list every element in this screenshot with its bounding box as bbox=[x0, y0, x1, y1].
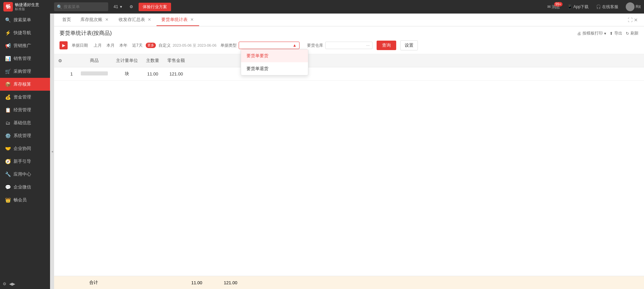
avatar-image bbox=[626, 2, 635, 11]
sidebar-item-member[interactable]: 👑 畅会员 bbox=[0, 194, 50, 206]
page-header-actions: 🖨 按模板打印 ▾ ⬆ 导出 ↻ 刷新 bbox=[577, 30, 639, 36]
filter-expand-button[interactable]: ▶ bbox=[59, 41, 68, 49]
sidebar-resize-handle[interactable]: ◂ bbox=[50, 14, 54, 289]
print-label: 按模板打印 bbox=[582, 30, 603, 36]
gear-icon: ⚙ bbox=[129, 4, 133, 9]
tab-order-stats-close[interactable]: ✕ bbox=[190, 17, 194, 22]
message-badge: 99+ bbox=[554, 2, 563, 6]
search-bar[interactable]: 🔍 bbox=[54, 2, 108, 11]
page-title: 要货单统计表(按商品) bbox=[59, 30, 112, 37]
footer-quantity: 11.00 bbox=[180, 280, 214, 285]
export-button[interactable]: ⬆ 导出 bbox=[610, 30, 622, 36]
sales-icon: 📊 bbox=[5, 55, 11, 62]
logo-name: 畅捷通好生意 bbox=[15, 2, 39, 7]
sidebar-item-apps[interactable]: 🔧 应用中心 bbox=[0, 168, 50, 181]
search-icon: 🔍 bbox=[57, 4, 62, 9]
col-unit: 主计量单位 bbox=[112, 54, 142, 67]
export-label: 导出 bbox=[614, 30, 622, 36]
tab-summary[interactable]: 收发存汇总表 ✕ bbox=[114, 14, 157, 26]
type-filter-select[interactable]: ▲ bbox=[239, 42, 300, 49]
tab-batch[interactable]: 库存批次账 ✕ bbox=[76, 14, 114, 26]
message-button[interactable]: ✉ 消息 99+ bbox=[547, 4, 560, 10]
sidebar-item-label: 畅会员 bbox=[14, 197, 27, 203]
row-amount-cell: 121.00 bbox=[163, 67, 189, 81]
trial-button[interactable]: 体验行业方案 bbox=[139, 3, 171, 11]
online-service-button[interactable]: 🎧 在线客服 bbox=[596, 4, 618, 10]
collapse-sidebar-button[interactable]: ◀▶ bbox=[9, 282, 15, 286]
sidebar-item-enterprise[interactable]: 🤝 企业协同 bbox=[0, 142, 50, 155]
col-amount: 零售金额 bbox=[163, 54, 189, 67]
logo-sub: 标准版 bbox=[15, 7, 39, 11]
online-service-label: 在线客服 bbox=[602, 4, 618, 10]
sidebar-item-operations[interactable]: 📋 经营管理 bbox=[0, 104, 50, 116]
query-button[interactable]: 查询 bbox=[377, 41, 396, 50]
sidebar-item-inventory[interactable]: 📦 库存核算 bbox=[0, 78, 50, 91]
sidebar-item-basic[interactable]: 🗂 基础信息 bbox=[0, 116, 50, 129]
tab-summary-close[interactable]: ✕ bbox=[147, 17, 152, 22]
warehouse-more-icon: ··· bbox=[366, 43, 369, 48]
col-settings[interactable]: ⚙ bbox=[54, 54, 66, 67]
dropdown-item-order-goods[interactable]: 要货单要货 bbox=[241, 49, 308, 62]
row-quantity-cell: 11.00 bbox=[142, 67, 163, 81]
sidebar-item-search[interactable]: 🔍 搜索菜单 bbox=[0, 14, 50, 26]
tab-expand-button[interactable]: ⛶ ✕ bbox=[625, 14, 641, 26]
tab-batch-close[interactable]: ✕ bbox=[104, 17, 109, 22]
phone-icon: 📱 bbox=[567, 4, 572, 9]
sidebar-item-guide[interactable]: 🧭 新手引导 bbox=[0, 155, 50, 168]
sidebar-item-sales[interactable]: 📊 销售管理 bbox=[0, 52, 50, 65]
date-btn-7-days[interactable]: 近7天 bbox=[130, 42, 144, 49]
nav-number-button[interactable]: 41 ▾ bbox=[112, 4, 124, 10]
col-index bbox=[66, 54, 77, 67]
dropdown-item-order-return[interactable]: 要货单退货 bbox=[241, 62, 308, 75]
search-input[interactable] bbox=[64, 4, 104, 9]
date-custom-btn[interactable]: 自定义 bbox=[159, 43, 171, 48]
date-more-badge[interactable]: 更多 bbox=[146, 43, 156, 48]
sidebar-item-shortcut[interactable]: ⚡ 快捷导航 bbox=[0, 26, 50, 39]
guide-icon: 🧭 bbox=[5, 158, 11, 164]
print-icon: 🖨 bbox=[577, 31, 581, 36]
tab-order-stats[interactable]: 要货单统计表 ✕ bbox=[157, 14, 199, 26]
date-btn-this-month[interactable]: 本月 bbox=[105, 42, 116, 49]
nav-chevron-icon: ▾ bbox=[120, 4, 122, 9]
date-btn-this-year[interactable]: 本年 bbox=[118, 42, 129, 49]
settings-nav-button[interactable]: ⚙ bbox=[127, 4, 135, 10]
row-unit-cell: 块 bbox=[112, 67, 142, 81]
tab-home[interactable]: 首页 bbox=[57, 14, 76, 26]
search-icon: 🔍 bbox=[5, 17, 11, 23]
nav-number: 41 bbox=[114, 4, 118, 9]
sidebar-item-wechat[interactable]: 💬 企业微信 bbox=[0, 181, 50, 194]
app-download-button[interactable]: 📱 App下载 bbox=[567, 4, 589, 10]
table-row: 1 块 11.00 121.00 bbox=[54, 67, 644, 81]
apps-icon: 🔧 bbox=[5, 171, 11, 177]
warehouse-filter-select[interactable]: ··· bbox=[325, 42, 373, 49]
product-placeholder bbox=[81, 71, 108, 75]
date-filter-group: 上月 本月 本年 近7天 更多 自定义 2023-05-06 至 2023-06… bbox=[92, 42, 216, 49]
purchase-icon: 🛒 bbox=[5, 68, 11, 74]
sidebar-item-finance[interactable]: 💰 资金管理 bbox=[0, 91, 50, 104]
basic-icon: 🗂 bbox=[5, 120, 11, 126]
sidebar-bottom: ⚙ ◀▶ bbox=[0, 279, 50, 289]
date-btn-last-month[interactable]: 上月 bbox=[92, 42, 103, 49]
refresh-button[interactable]: ↻ 刷新 bbox=[626, 30, 639, 36]
warehouse-filter-group: 要货仓库 ··· bbox=[307, 42, 373, 49]
topbar-right: ✉ 消息 99+ 📱 App下载 🎧 在线客服 Rit bbox=[547, 2, 641, 11]
headset-icon: 🎧 bbox=[596, 4, 601, 9]
type-filter-label: 单据类型 bbox=[220, 43, 237, 48]
app-download-label: App下载 bbox=[573, 4, 589, 10]
user-avatar[interactable]: Rit bbox=[626, 2, 641, 11]
sidebar-item-marketing[interactable]: 📢 营销推广 bbox=[0, 39, 50, 52]
table-wrapper: ⚙ 商品 主计量单位 主数量 零售金额 1 bbox=[54, 54, 644, 276]
print-button[interactable]: 🖨 按模板打印 ▾ bbox=[577, 30, 606, 36]
sidebar-item-label: 基础信息 bbox=[14, 120, 31, 126]
sidebar-item-label: 企业协同 bbox=[14, 146, 31, 152]
refresh-label: 刷新 bbox=[630, 30, 639, 36]
operations-icon: 📋 bbox=[5, 107, 11, 113]
settings-bottom-button[interactable]: ⚙ bbox=[3, 282, 6, 286]
date-range-text: 2023-05-06 至 2023-06-06 bbox=[173, 43, 217, 48]
sidebar-item-purchase[interactable]: 🛒 采购管理 bbox=[0, 65, 50, 78]
tab-order-stats-label: 要货单统计表 bbox=[161, 17, 188, 23]
footer-amount-value: 121.00 bbox=[224, 280, 237, 285]
setting-button[interactable]: 设置 bbox=[400, 40, 418, 50]
logo-icon: 畅 bbox=[3, 2, 13, 12]
sidebar-item-system[interactable]: ⚙️ 系统管理 bbox=[0, 129, 50, 142]
